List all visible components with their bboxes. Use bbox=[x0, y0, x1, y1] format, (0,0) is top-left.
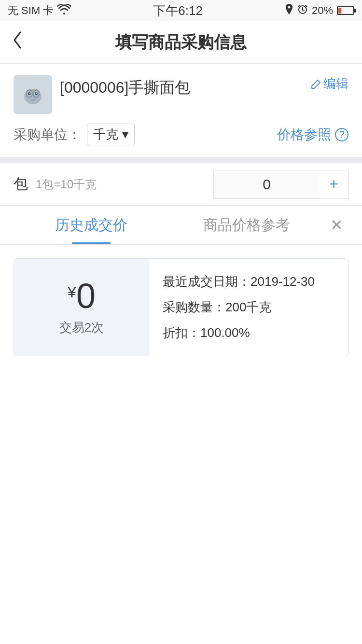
quantity-row: 包 1包=10千克 + bbox=[0, 163, 362, 206]
quantity-plus-button[interactable]: + bbox=[320, 170, 348, 199]
unit-label: 采购单位： bbox=[14, 126, 81, 144]
discount-label: 折扣： bbox=[163, 325, 200, 340]
battery-percent: 20% bbox=[312, 4, 333, 17]
recent-date-value: 2019-12-30 bbox=[251, 274, 315, 289]
page-title: 填写商品采购信息 bbox=[115, 31, 247, 54]
quantity-input-group: + bbox=[213, 170, 348, 199]
price-card-container: ¥ 0 交易2次 最近成交日期：2019-12-30 采购数量：200千克 折扣… bbox=[0, 245, 362, 370]
alarm-icon bbox=[297, 4, 308, 17]
unit-select[interactable]: 千克 ▾ bbox=[87, 124, 135, 145]
svg-point-8 bbox=[28, 92, 31, 95]
price-reference-button[interactable]: 价格参照 ? bbox=[277, 126, 348, 144]
quantity-sub-label: 1包=10千克 bbox=[36, 177, 97, 192]
battery-icon bbox=[337, 6, 354, 15]
quantity-input[interactable] bbox=[213, 170, 320, 199]
tab-product-price-ref-label: 商品价格参考 bbox=[203, 215, 290, 235]
purchase-qty-value: 200千克 bbox=[225, 300, 271, 314]
price-trade-count: 交易2次 bbox=[59, 319, 104, 336]
tab-history-price[interactable]: 历史成交价 bbox=[14, 206, 169, 244]
currency-symbol: ¥ bbox=[68, 283, 76, 301]
recent-date-label: 最近成交日期： bbox=[163, 274, 251, 289]
product-header: [0000006]手撕面包 编辑 bbox=[14, 75, 348, 114]
price-amount: 0 bbox=[76, 279, 96, 313]
unit-dropdown-arrow: ▾ bbox=[122, 127, 128, 142]
discount-row: 折扣：100.00% bbox=[163, 323, 334, 342]
status-bar: 无 SIM 卡 下午6:12 20% bbox=[0, 0, 362, 21]
tab-close-button[interactable]: ✕ bbox=[324, 213, 348, 237]
purchase-qty-row: 采购数量：200千克 bbox=[163, 298, 334, 317]
status-right: 20% bbox=[285, 4, 354, 17]
status-left: 无 SIM 卡 bbox=[8, 3, 71, 18]
edit-button[interactable]: 编辑 bbox=[311, 75, 348, 92]
help-icon: ? bbox=[335, 128, 348, 141]
product-left: [0000006]手撕面包 bbox=[14, 75, 190, 114]
close-icon: ✕ bbox=[330, 216, 343, 234]
tab-active-indicator bbox=[72, 242, 111, 244]
bottom-area bbox=[0, 370, 362, 644]
purchase-qty-label: 采购数量： bbox=[163, 300, 225, 314]
wifi-icon bbox=[57, 4, 71, 17]
location-icon bbox=[285, 4, 293, 17]
edit-label: 编辑 bbox=[323, 75, 348, 92]
product-thumbnail bbox=[14, 75, 52, 114]
product-unit-row: 采购单位： 千克 ▾ 价格参照 ? bbox=[14, 124, 348, 145]
plus-icon: + bbox=[329, 175, 338, 193]
svg-point-9 bbox=[35, 92, 38, 95]
price-amount-display: ¥ 0 bbox=[68, 279, 96, 313]
product-logo bbox=[19, 81, 46, 108]
quantity-left: 包 1包=10千克 bbox=[14, 174, 97, 194]
tab-history-price-label: 历史成交价 bbox=[55, 215, 127, 235]
back-button[interactable] bbox=[12, 30, 23, 54]
status-time: 下午6:12 bbox=[153, 2, 203, 19]
svg-point-10 bbox=[29, 93, 30, 94]
recent-date-row: 最近成交日期：2019-12-30 bbox=[163, 272, 334, 291]
price-card-right: 最近成交日期：2019-12-30 采购数量：200千克 折扣：100.00% bbox=[149, 259, 348, 356]
quantity-unit-label: 包 bbox=[14, 174, 28, 194]
product-card: [0000006]手撕面包 编辑 采购单位： 千克 ▾ 价格参照 ? bbox=[0, 64, 362, 157]
nav-bar: 填写商品采购信息 bbox=[0, 21, 362, 64]
price-ref-label: 价格参照 bbox=[277, 126, 331, 144]
price-card-left: ¥ 0 交易2次 bbox=[14, 259, 149, 356]
discount-value: 100.00% bbox=[200, 325, 250, 340]
tabs-header: 历史成交价 商品价格参考 ✕ bbox=[0, 206, 362, 244]
svg-point-11 bbox=[36, 93, 37, 94]
product-name: [0000006]手撕面包 bbox=[60, 77, 190, 98]
unit-value: 千克 bbox=[93, 126, 118, 143]
section-divider bbox=[0, 157, 362, 163]
price-card: ¥ 0 交易2次 最近成交日期：2019-12-30 采购数量：200千克 折扣… bbox=[14, 258, 348, 356]
tabs-container: 历史成交价 商品价格参考 ✕ bbox=[0, 206, 362, 245]
tab-product-price-ref[interactable]: 商品价格参考 bbox=[169, 206, 324, 244]
sim-status: 无 SIM 卡 bbox=[8, 3, 54, 18]
